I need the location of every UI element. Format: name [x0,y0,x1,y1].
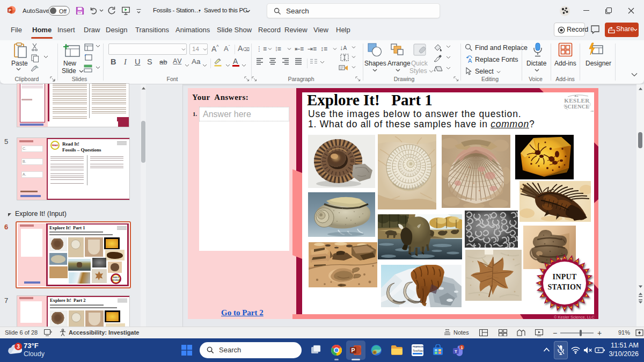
svg-text:.com: .com [590,110,594,112]
svg-text:P: P [351,347,355,353]
svg-text:P: P [9,8,11,13]
svg-text:A: A [468,57,472,63]
svg-text:3: 3 [17,344,20,350]
svg-text:SCIENCE: SCIENCE [565,104,590,110]
svg-text:STATION: STATION [547,283,581,291]
svg-text:T: T [455,349,457,354]
svg-text:1: 1 [460,345,463,350]
svg-text:STATION: STATION [112,279,120,281]
svg-text:INPUT: INPUT [552,273,576,281]
svg-text:KESLER: KESLER [564,97,590,104]
svg-text:INPUT: INPUT [113,277,119,279]
